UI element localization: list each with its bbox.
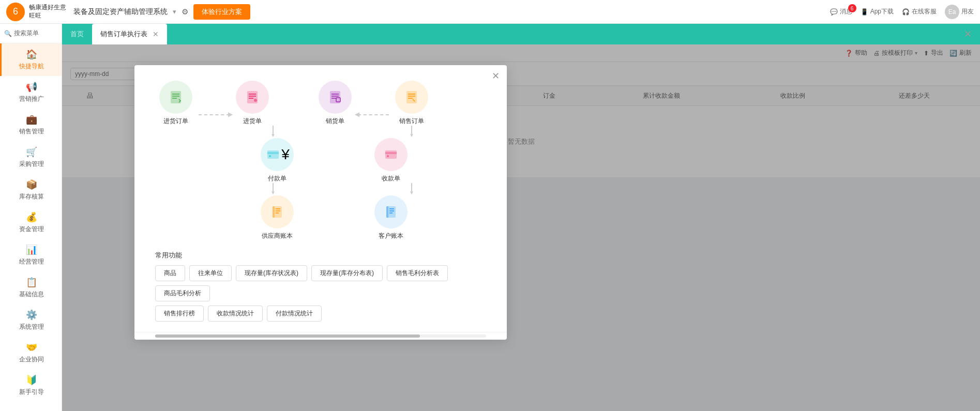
operation-icon: 📊	[26, 244, 37, 255]
inventory-icon: 📦	[26, 179, 37, 190]
flow-node-sales-bill[interactable]: 销货单	[314, 81, 356, 126]
svg-rect-5	[406, 91, 417, 103]
svg-point-8	[269, 155, 271, 157]
main-layout: 🔍 搜索菜单 🏠 快捷导航 📢 营销推广 💼 销售管理 🛒 采购管理 📦	[0, 24, 980, 411]
download-icon: 📱	[861, 8, 868, 16]
home-icon: 🏠	[26, 49, 37, 60]
sidebar-item-system[interactable]: ⚙️ 系统管理	[0, 304, 62, 337]
flow-node-customer-ledger[interactable]: 客户账本	[370, 195, 412, 240]
common-functions-section: 常用功能 商品 往来单位 现存量(库存状况表) 现存量(库存分布表) 销售毛利分…	[134, 251, 507, 332]
common-functions-btns-2: 销售排行榜 收款情况统计 付款情况统计	[155, 306, 486, 322]
tab-bar: 首页 销售订单执行表 ✕ ✕	[62, 24, 980, 44]
sales-order-icon	[395, 81, 428, 114]
flow-node-supplier-ledger[interactable]: 供应商账本	[257, 195, 298, 240]
logo-area: 6 畅康通好生意 旺旺	[6, 3, 68, 21]
common-btn-stock-dist[interactable]: 现存量(库存分布表)	[311, 265, 383, 281]
sidebar-item-marketing[interactable]: 📢 营销推广	[0, 76, 62, 109]
message-btn[interactable]: 💬 消息 6	[830, 7, 852, 16]
common-btn-partner[interactable]: 往来单位	[189, 265, 232, 281]
purchase-bill-icon	[236, 81, 269, 114]
window-close-btn[interactable]: ✕	[964, 28, 980, 40]
purchase-order-icon	[159, 81, 192, 114]
svg-rect-13	[273, 206, 275, 218]
message-badge: 6	[848, 4, 856, 12]
svg-rect-9	[385, 150, 397, 159]
flow-node-purchase-order[interactable]: 进货订单	[155, 81, 197, 126]
common-btn-sales-profit[interactable]: 销售毛利分析表	[387, 265, 448, 281]
common-btn-sales-rank[interactable]: 销售排行榜	[155, 306, 204, 322]
common-btn-product-profit[interactable]: 商品毛利分析	[155, 285, 210, 301]
scrollbar-thumb[interactable]	[155, 334, 420, 338]
scrollbar-track	[155, 334, 486, 338]
page-content: ❓ 帮助 🖨 按模板打印 ▾ ⬆ 导出 🔄 刷新	[62, 44, 980, 411]
sidebar-item-inventory[interactable]: 📦 库存核算	[0, 174, 62, 206]
sidebar-item-enterprise[interactable]: 🤝 企业协同	[0, 337, 62, 369]
sidebar-item-finance[interactable]: 💰 资金管理	[0, 206, 62, 239]
enterprise-icon: 🤝	[26, 342, 37, 353]
search-icon: 🔍	[4, 30, 12, 37]
svg-rect-6	[267, 150, 279, 159]
sidebar-item-quick-nav[interactable]: 🏠 快捷导航	[0, 43, 62, 76]
common-functions-btns: 商品 往来单位 现存量(库存状况表) 现存量(库存分布表) 销售毛利分析表 商品…	[155, 265, 486, 301]
sidebar: 🔍 搜索菜单 🏠 快捷导航 📢 营销推广 💼 销售管理 🛒 采购管理 📦	[0, 24, 62, 411]
common-btn-payment-stats[interactable]: 付款情况统计	[267, 306, 322, 322]
finance-icon: 💰	[26, 211, 37, 223]
avatar: Ea	[945, 5, 959, 19]
base-info-icon: 📋	[26, 277, 37, 288]
sidebar-item-guide[interactable]: 🔰 新手引导	[0, 369, 62, 402]
logo-icon: 6	[6, 3, 25, 21]
flow-section: 进货订单 ▶	[134, 65, 507, 251]
top-bar: 6 畅康通好生意 旺旺 装备及固定资产辅助管理系统 ▾ ⚙ 体验行业方案 💬 消…	[0, 0, 980, 24]
purchase-icon: 🛒	[26, 146, 37, 158]
chevron-down-icon[interactable]: ▾	[173, 8, 176, 16]
flow-node-purchase-bill[interactable]: 进货单	[232, 81, 273, 126]
receipt-bill-icon	[374, 138, 408, 171]
payment-bill-icon: ¥	[261, 138, 294, 171]
message-icon: 💬	[830, 8, 838, 16]
content-area: 首页 销售订单执行表 ✕ ✕ ❓ 帮助 🖨 按	[62, 24, 980, 411]
online-service-btn[interactable]: 🎧 在线客服	[902, 7, 937, 16]
top-bar-left: 6 畅康通好生意 旺旺 装备及固定资产辅助管理系统 ▾ ⚙ 体验行业方案	[6, 3, 250, 21]
marketing-icon: 📢	[26, 81, 37, 93]
sidebar-item-purchase[interactable]: 🛒 采购管理	[0, 141, 62, 174]
system-title: 装备及固定资产辅助管理系统	[73, 7, 168, 17]
quick-nav-modal: ✕ 进货订单	[134, 65, 507, 340]
tab-sales-order[interactable]: 销售订单执行表 ✕	[92, 24, 167, 44]
flow-node-payment-bill[interactable]: ¥ 付款单	[257, 138, 298, 183]
flow-node-receipt-bill[interactable]: 收款单	[370, 138, 412, 183]
common-functions-title: 常用功能	[155, 251, 486, 260]
modal-scrollbar	[134, 332, 507, 340]
user-area[interactable]: Ea 用友	[945, 5, 974, 19]
common-btn-receipt-stats[interactable]: 收款情况统计	[208, 306, 263, 322]
tab-home[interactable]: 首页	[62, 24, 92, 44]
service-icon: 🎧	[902, 8, 910, 16]
app-container: 6 畅康通好生意 旺旺 装备及固定资产辅助管理系统 ▾ ⚙ 体验行业方案 💬 消…	[0, 0, 980, 411]
common-btn-stock-status[interactable]: 现存量(库存状况表)	[236, 265, 307, 281]
sales-bill-icon	[319, 81, 352, 114]
svg-point-11	[387, 155, 389, 157]
tab-close-icon[interactable]: ✕	[153, 31, 159, 38]
common-btn-product[interactable]: 商品	[155, 265, 185, 281]
gear-icon[interactable]: ⚙	[182, 7, 188, 17]
flow-node-sales-order[interactable]: 销售订单	[391, 81, 432, 126]
svg-rect-10	[385, 152, 397, 154]
top-bar-right: 💬 消息 6 📱 App下载 🎧 在线客服 Ea 用友	[830, 5, 974, 19]
supplier-ledger-icon	[261, 195, 294, 229]
experience-btn[interactable]: 体验行业方案	[193, 4, 250, 20]
sales-icon: 💼	[26, 114, 37, 125]
sidebar-item-sales[interactable]: 💼 销售管理	[0, 109, 62, 141]
modal-overlay: ✕ 进货订单	[62, 44, 980, 411]
logo-text: 畅康通好生意 旺旺	[29, 4, 66, 20]
customer-ledger-icon	[374, 195, 408, 229]
sidebar-item-base-info[interactable]: 📋 基础信息	[0, 271, 62, 304]
svg-rect-15	[386, 206, 388, 218]
svg-point-2	[254, 99, 257, 102]
guide-icon: 🔰	[26, 374, 37, 386]
sidebar-item-operation[interactable]: 📊 经营管理	[0, 239, 62, 271]
sidebar-search[interactable]: 🔍 搜索菜单	[0, 24, 62, 43]
system-icon: ⚙️	[26, 309, 37, 321]
modal-close-btn[interactable]: ✕	[492, 70, 500, 82]
app-download-btn[interactable]: 📱 App下载	[861, 7, 894, 16]
svg-rect-7	[267, 152, 279, 154]
